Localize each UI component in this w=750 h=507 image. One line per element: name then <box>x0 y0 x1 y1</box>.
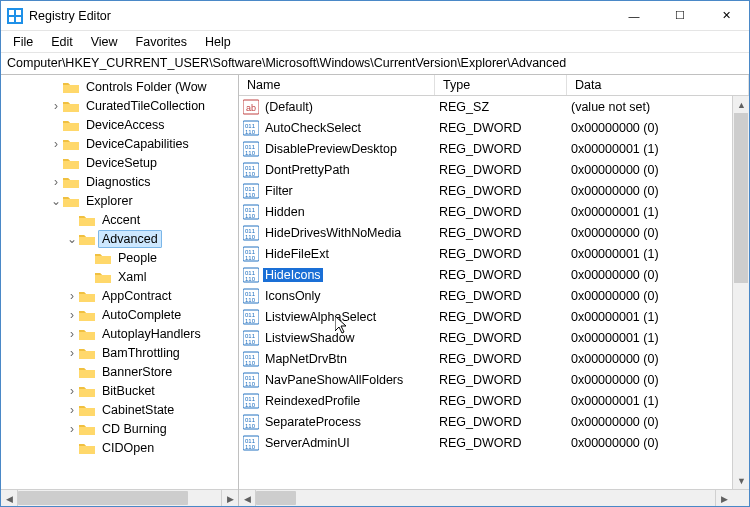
scroll-right-icon[interactable]: ▶ <box>715 490 732 506</box>
list-row[interactable]: (Default)REG_SZ(value not set) <box>239 96 749 117</box>
menu-item-edit[interactable]: Edit <box>43 33 81 51</box>
tree-item[interactable]: ›CuratedTileCollection <box>1 96 238 115</box>
column-header-name[interactable]: Name <box>239 75 435 95</box>
dword-value-icon <box>243 162 259 178</box>
chevron-right-icon[interactable]: › <box>65 308 79 322</box>
tree-item-label: Accent <box>98 211 144 229</box>
chevron-right-icon[interactable]: › <box>65 422 79 436</box>
value-data: 0x00000000 (0) <box>567 289 749 303</box>
column-header-type[interactable]: Type <box>435 75 567 95</box>
list-row[interactable]: DontPrettyPathREG_DWORD0x00000000 (0) <box>239 159 749 180</box>
scroll-up-icon[interactable]: ▲ <box>733 96 749 113</box>
tree-item[interactable]: BannerStore <box>1 362 238 381</box>
tree-item[interactable]: Xaml <box>1 267 238 286</box>
value-data: 0x00000001 (1) <box>567 310 749 324</box>
list-row[interactable]: HideDrivesWithNoMediaREG_DWORD0x00000000… <box>239 222 749 243</box>
chevron-down-icon[interactable]: ⌄ <box>65 232 79 246</box>
list-row[interactable]: ListviewAlphaSelectREG_DWORD0x00000001 (… <box>239 306 749 327</box>
dword-value-icon <box>243 267 259 283</box>
tree-item[interactable]: CIDOpen <box>1 438 238 457</box>
list-horizontal-scrollbar[interactable]: ◀ ▶ <box>239 489 749 506</box>
address-bar[interactable]: Computer\HKEY_CURRENT_USER\Software\Micr… <box>1 53 749 75</box>
tree-item[interactable]: Accent <box>1 210 238 229</box>
minimize-button[interactable]: — <box>611 1 657 31</box>
tree-item[interactable]: DeviceSetup <box>1 153 238 172</box>
scroll-right-icon[interactable]: ▶ <box>221 490 238 506</box>
tree-item[interactable]: People <box>1 248 238 267</box>
list-row[interactable]: MapNetDrvBtnREG_DWORD0x00000000 (0) <box>239 348 749 369</box>
list-row[interactable]: HiddenREG_DWORD0x00000001 (1) <box>239 201 749 222</box>
value-type: REG_DWORD <box>435 184 567 198</box>
menu-item-favorites[interactable]: Favorites <box>128 33 195 51</box>
list-row[interactable]: SeparateProcessREG_DWORD0x00000000 (0) <box>239 411 749 432</box>
folder-icon <box>79 308 95 322</box>
folder-icon <box>63 137 79 151</box>
list-row[interactable]: AutoCheckSelectREG_DWORD0x00000000 (0) <box>239 117 749 138</box>
list-row[interactable]: NavPaneShowAllFoldersREG_DWORD0x00000000… <box>239 369 749 390</box>
dword-value-icon <box>243 372 259 388</box>
dword-value-icon <box>243 288 259 304</box>
dword-value-icon <box>243 141 259 157</box>
string-value-icon <box>243 99 259 115</box>
close-button[interactable]: ✕ <box>703 1 749 31</box>
list-row[interactable]: ServerAdminUIREG_DWORD0x00000000 (0) <box>239 432 749 453</box>
chevron-right-icon[interactable]: › <box>65 327 79 341</box>
folder-icon <box>79 441 95 455</box>
tree-item[interactable]: ›AutoComplete <box>1 305 238 324</box>
tree-item[interactable]: ›Diagnostics <box>1 172 238 191</box>
tree-item[interactable]: ›AutoplayHandlers <box>1 324 238 343</box>
list-row[interactable]: DisablePreviewDesktopREG_DWORD0x00000001… <box>239 138 749 159</box>
tree-pane: Controls Folder (Wow›CuratedTileCollecti… <box>1 75 239 506</box>
maximize-button[interactable]: ☐ <box>657 1 703 31</box>
tree-item-label: DeviceSetup <box>82 154 161 172</box>
list-row[interactable]: IconsOnlyREG_DWORD0x00000000 (0) <box>239 285 749 306</box>
chevron-right-icon[interactable]: › <box>65 289 79 303</box>
folder-icon <box>79 289 95 303</box>
tree-item[interactable]: ⌄Advanced <box>1 229 238 248</box>
chevron-right-icon[interactable]: › <box>65 384 79 398</box>
tree-item[interactable]: ›CabinetState <box>1 400 238 419</box>
tree-item[interactable]: ›DeviceCapabilities <box>1 134 238 153</box>
value-name: ListviewAlphaSelect <box>263 310 378 324</box>
list-row[interactable]: ReindexedProfileREG_DWORD0x00000001 (1) <box>239 390 749 411</box>
chevron-right-icon[interactable]: › <box>49 137 63 151</box>
tree-item[interactable]: ›AppContract <box>1 286 238 305</box>
value-type: REG_DWORD <box>435 415 567 429</box>
menu-item-view[interactable]: View <box>83 33 126 51</box>
scrollbar-thumb[interactable] <box>734 113 748 283</box>
folder-icon <box>63 194 79 208</box>
tree-horizontal-scrollbar[interactable]: ◀ ▶ <box>1 489 238 506</box>
value-type: REG_DWORD <box>435 163 567 177</box>
chevron-right-icon[interactable]: › <box>49 175 63 189</box>
tree-item[interactable]: ›BamThrottling <box>1 343 238 362</box>
list-row[interactable]: FilterREG_DWORD0x00000000 (0) <box>239 180 749 201</box>
tree-item[interactable]: Controls Folder (Wow <box>1 77 238 96</box>
menu-item-help[interactable]: Help <box>197 33 239 51</box>
scroll-left-icon[interactable]: ◀ <box>239 490 256 506</box>
column-header-data[interactable]: Data <box>567 75 749 95</box>
menu-item-file[interactable]: File <box>5 33 41 51</box>
list-row[interactable]: ListviewShadowREG_DWORD0x00000001 (1) <box>239 327 749 348</box>
value-type: REG_SZ <box>435 100 567 114</box>
scroll-left-icon[interactable]: ◀ <box>1 490 18 506</box>
dword-value-icon <box>243 204 259 220</box>
tree-item[interactable]: ⌄Explorer <box>1 191 238 210</box>
value-name: DisablePreviewDesktop <box>263 142 399 156</box>
dword-value-icon <box>243 183 259 199</box>
dword-value-icon <box>243 246 259 262</box>
scroll-down-icon[interactable]: ▼ <box>733 472 749 489</box>
tree-item[interactable]: DeviceAccess <box>1 115 238 134</box>
tree-item[interactable]: ›CD Burning <box>1 419 238 438</box>
scrollbar-thumb[interactable] <box>18 491 188 505</box>
list-vertical-scrollbar[interactable]: ▲ ▼ <box>732 96 749 489</box>
folder-icon <box>79 346 95 360</box>
list-row[interactable]: HideFileExtREG_DWORD0x00000001 (1) <box>239 243 749 264</box>
scrollbar-thumb[interactable] <box>256 491 296 505</box>
chevron-down-icon[interactable]: ⌄ <box>49 194 63 208</box>
tree-item[interactable]: ›BitBucket <box>1 381 238 400</box>
tree-item-label: CD Burning <box>98 420 171 438</box>
chevron-right-icon[interactable]: › <box>65 346 79 360</box>
list-row[interactable]: HideIconsREG_DWORD0x00000000 (0) <box>239 264 749 285</box>
chevron-right-icon[interactable]: › <box>49 99 63 113</box>
chevron-right-icon[interactable]: › <box>65 403 79 417</box>
